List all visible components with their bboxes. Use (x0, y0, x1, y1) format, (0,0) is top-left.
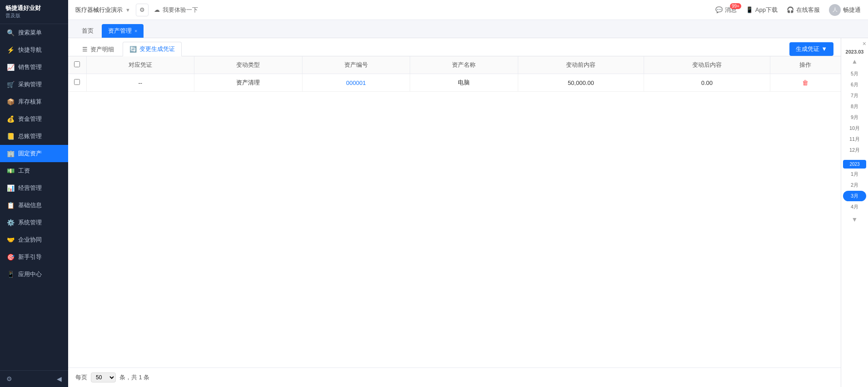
per-page-select[interactable]: 102050100 (91, 372, 116, 382)
timeline-month-item[interactable]: 3月 (843, 191, 866, 201)
table-row: -- 资产清理 000001 电脑 50,000.00 0.00 🗑 (68, 74, 841, 92)
app-logo: 畅捷通好业财 普及版 (0, 0, 68, 24)
sidebar-label-purchase: 采购管理 (18, 80, 42, 89)
inner-tabs: ☰ 资产明细 🔄 变更生成凭证 生成凭证 ▼ (68, 38, 841, 56)
company-name: 医疗器械行业演示 (75, 6, 123, 14)
collapse-icon[interactable]: ◀ (57, 375, 62, 382)
timeline-month-item[interactable]: 6月 (843, 79, 866, 90)
tab-home[interactable]: 首页 (75, 24, 100, 38)
experience-label: 我要体验一下 (163, 6, 198, 14)
gear-icon: ⚙ (139, 6, 145, 13)
sidebar-scroll: 🔍搜索菜单⚡快捷导航📈销售管理🛒采购管理📦库存核算💰资金管理📒总账管理🏢固定资产… (0, 24, 68, 370)
sidebar-item-purchase[interactable]: 🛒采购管理 (0, 76, 68, 93)
change-icon: 🔄 (129, 46, 137, 53)
tab-asset-management[interactable]: 资产管理 × (102, 24, 144, 38)
select-all-checkbox[interactable] (74, 61, 80, 67)
delete-row-icon[interactable]: 🗑 (802, 79, 808, 86)
settings-footer-icon[interactable]: ⚙ (6, 375, 12, 382)
operations-icon: 📊 (6, 184, 15, 192)
header-checkbox-cell (68, 56, 86, 74)
avatar: 人 (829, 4, 841, 16)
sidebar-item-guide[interactable]: 🎯新手引导 (0, 248, 68, 266)
generate-voucher-button[interactable]: 生成凭证 ▼ (789, 42, 833, 56)
sidebar-item-fixed-assets[interactable]: 🏢固定资产 (0, 145, 68, 162)
right-panel: 2023.03 × ▲ 5月6月7月8月9月10月11月12月20231月2月3… (841, 38, 868, 387)
guide-icon: 🎯 (6, 253, 15, 261)
timeline-month-item[interactable]: 12月 (843, 145, 866, 155)
sidebar-label-sales: 销售管理 (18, 63, 42, 71)
panel-close-icon[interactable]: × (863, 40, 866, 47)
sidebar-item-app-center[interactable]: 📱应用中心 (0, 266, 68, 283)
row-asset-name: 电脑 (410, 74, 518, 92)
sidebar-item-system[interactable]: ⚙️系统管理 (0, 214, 68, 231)
tab-close-icon[interactable]: × (134, 28, 137, 34)
sidebar-item-ledger[interactable]: 📒总账管理 (0, 128, 68, 145)
tab-change-voucher[interactable]: 🔄 变更生成凭证 (123, 42, 182, 56)
fixed-assets-icon: 🏢 (6, 150, 15, 157)
tab-asset-detail[interactable]: ☰ 资产明细 (75, 42, 121, 56)
app-edition: 普及版 (5, 12, 63, 19)
sidebar-item-sales[interactable]: 📈销售管理 (0, 59, 68, 76)
row-action: 🗑 (770, 74, 841, 92)
topbar-settings-button[interactable]: ⚙ (136, 4, 149, 16)
timeline-year-label: 2023 (843, 160, 866, 169)
table-wrap: 对应凭证 变动类型 资产编号 资产名称 变动前内容 变动后内容 操作 -- 资产… (68, 56, 841, 367)
sidebar-item-enterprise[interactable]: 🤝企业协同 (0, 231, 68, 248)
sidebar-item-salary[interactable]: 💵工资 (0, 162, 68, 179)
sidebar-label-enterprise: 企业协同 (18, 236, 42, 244)
timeline-month-item[interactable]: 8月 (843, 101, 866, 112)
company-selector[interactable]: 医疗器械行业演示 ▼ (75, 6, 130, 14)
purchase-icon: 🛒 (6, 81, 15, 88)
app-download-button[interactable]: 📱 App下载 (746, 6, 778, 14)
sidebar-label-guide: 新手引导 (18, 253, 42, 261)
sidebar-label-operations: 经营管理 (18, 184, 42, 192)
timeline-month-item[interactable]: 4月 (843, 202, 866, 212)
content-area: ☰ 资产明细 🔄 变更生成凭证 生成凭证 ▼ (68, 38, 868, 387)
message-icon: 💬 (715, 6, 723, 13)
timeline-month-item[interactable]: 1月 (843, 169, 866, 179)
panel-nav-down-icon[interactable]: ▼ (850, 214, 859, 224)
sidebar-footer: ⚙ ◀ (0, 370, 68, 387)
header-before: 变动前内容 (518, 56, 644, 74)
sidebar-label-ledger: 总账管理 (18, 132, 42, 140)
timeline-month-item[interactable]: 7月 (843, 90, 866, 101)
row-before: 50,000.00 (518, 74, 644, 92)
enterprise-icon: 🤝 (6, 236, 15, 243)
sidebar-item-inventory[interactable]: 📦库存核算 (0, 93, 68, 110)
cloud-icon: ☁ (154, 6, 160, 13)
sidebar-label-search: 搜索菜单 (18, 29, 42, 37)
row-checkbox[interactable] (74, 79, 80, 85)
timeline-section: 20231月2月3月4月 (841, 158, 868, 214)
messages-button[interactable]: 💬 消息 99+ (715, 6, 737, 14)
sidebar-item-basic-info[interactable]: 📋基础信息 (0, 197, 68, 214)
sidebar-label-funds: 资金管理 (18, 115, 42, 123)
sidebar-item-operations[interactable]: 📊经营管理 (0, 179, 68, 197)
total-label: 条，共 1 条 (119, 373, 149, 382)
experience-button[interactable]: ☁ 我要体验一下 (154, 6, 198, 14)
search-icon: 🔍 (6, 29, 15, 36)
panel-nav-up-icon[interactable]: ▲ (850, 56, 859, 66)
sidebar-label-app-center: 应用中心 (18, 270, 42, 278)
timeline-month-item[interactable]: 2月 (843, 180, 866, 190)
funds-icon: 💰 (6, 115, 15, 123)
timeline-month-item[interactable]: 9月 (843, 112, 866, 123)
row-checkbox-cell (68, 74, 86, 92)
timeline-month-item[interactable]: 5月 (843, 69, 866, 79)
content-main: ☰ 资产明细 🔄 变更生成凭证 生成凭证 ▼ (68, 38, 841, 387)
sidebar-item-funds[interactable]: 💰资金管理 (0, 110, 68, 128)
row-voucher: -- (86, 74, 194, 92)
sidebar-item-quick-nav[interactable]: ⚡快捷导航 (0, 41, 68, 59)
customer-service-button[interactable]: 🎧 在线客服 (787, 6, 820, 14)
customer-service-label: 在线客服 (796, 6, 820, 14)
header-change-type: 变动类型 (194, 56, 303, 74)
sidebar-item-search[interactable]: 🔍搜索菜单 (0, 24, 68, 41)
tab-change-voucher-label: 变更生成凭证 (139, 45, 175, 53)
timeline-month-item[interactable]: 10月 (843, 123, 866, 134)
sidebar: 畅捷通好业财 普及版 🔍搜索菜单⚡快捷导航📈销售管理🛒采购管理📦库存核算💰资金管… (0, 0, 68, 387)
dropdown-arrow-icon: ▼ (821, 45, 827, 52)
user-name: 畅捷通 (843, 6, 861, 14)
headset-icon: 🎧 (787, 6, 794, 13)
timeline-month-item[interactable]: 11月 (843, 134, 866, 144)
header-action: 操作 (770, 56, 841, 74)
user-profile-button[interactable]: 人 畅捷通 (829, 4, 861, 16)
